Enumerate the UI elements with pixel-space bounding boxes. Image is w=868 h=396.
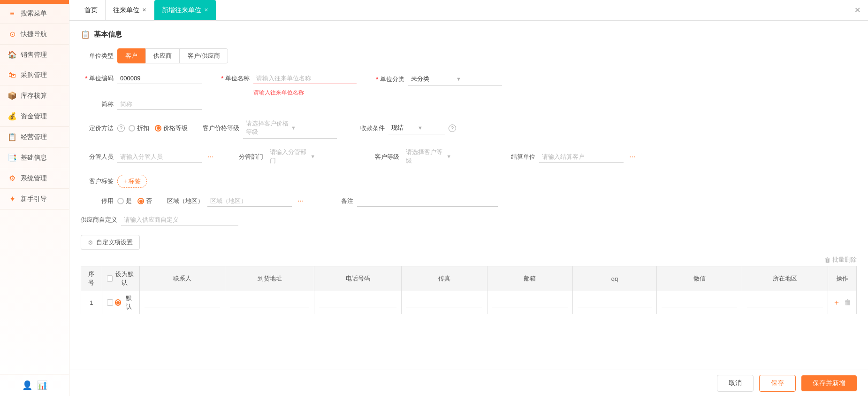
sidebar-item-sales[interactable]: 🏠 销售管理 [0,45,69,65]
col-contact: 联系人 [139,266,225,291]
add-row-icon[interactable]: ＋ [833,298,840,308]
unit-name-input[interactable] [253,73,357,84]
guide-icon: ✦ [8,194,17,203]
pricing-method-label: 定价方法 [81,124,114,132]
disabled-radio-yes[interactable]: 是 [117,197,132,205]
delete-row-icon[interactable]: 🗑 [844,298,852,307]
manager-input[interactable] [117,151,202,163]
customer-price-level-field: 客户价格等级 请选择客户价格等级 ▼ [203,117,337,139]
customer-level-field: 客户等级 请选择客户等级 ▼ [366,146,487,167]
row-checkbox[interactable] [107,299,113,306]
customer-price-level-select[interactable]: 请选择客户价格等级 ▼ [243,117,337,139]
type-btn-supplier[interactable]: 供应商 [145,48,180,63]
manager-field: 分管人员 ··· [81,151,215,163]
sidebar-item-purchase[interactable]: 🛍 采购管理 [0,65,69,85]
tab-contacts-close[interactable]: ✕ [142,7,146,13]
row-phone[interactable] [314,291,401,314]
section-header: 📋 基本信息 [81,30,857,39]
sidebar-item-label: 系统管理 [21,174,47,183]
pricing-radio-discount-circle [129,125,135,132]
sidebar-item-finance[interactable]: 💰 资金管理 [0,106,69,127]
sidebar-item-operations[interactable]: 📋 经营管理 [0,127,69,148]
type-btn-customer[interactable]: 客户 [117,48,145,63]
tab-contacts-label: 往来单位 [113,6,139,15]
row-qq[interactable] [573,291,657,314]
save-new-button[interactable]: 保存并新增 [801,375,857,391]
sidebar-item-base-info[interactable]: 📑 基础信息 [0,148,69,168]
fax-input[interactable] [406,297,482,308]
custom-settings-button[interactable]: ⚙ 自定义项设置 [81,235,140,250]
tab-contacts[interactable]: 往来单位 ✕ [106,0,154,20]
tab-new-contact-close[interactable]: ✕ [204,7,208,13]
unit-name-label: 单位名称 [217,74,250,83]
row-wechat[interactable] [656,291,742,314]
select-all-checkbox[interactable] [107,275,113,282]
type-btn-both[interactable]: 客户/供应商 [180,48,228,63]
sidebar-item-inventory[interactable]: 📦 库存核算 [0,85,69,106]
sidebar-item-label: 基础信息 [21,154,47,162]
wechat-input[interactable] [662,297,738,308]
manager-more-icon[interactable]: ··· [206,153,215,161]
remark-label: 备注 [320,197,353,205]
supplier-custom-input[interactable] [121,214,238,225]
pricing-radio-discount[interactable]: 折扣 [129,124,149,132]
customer-tag-field: 客户标签 + 标签 [81,175,147,188]
phone-input[interactable] [319,297,396,308]
sidebar-expand-icon[interactable]: 👤 [22,380,32,390]
settlement-unit-input[interactable] [539,151,624,163]
region-table-input[interactable] [747,297,823,308]
region-more-icon[interactable]: ··· [296,197,305,205]
add-tag-button[interactable]: + 标签 [117,175,147,188]
remark-field: 备注 [320,195,498,207]
row-seq: 1 [81,291,102,314]
customer-level-select[interactable]: 请选择客户等级 ▼ [403,146,487,167]
row-address[interactable] [225,291,314,314]
remark-input[interactable] [357,195,498,207]
col-fax: 传真 [402,266,487,291]
pricing-help-icon[interactable]: ? [117,124,125,132]
disabled-no-circle [137,198,144,204]
tab-home[interactable]: 首页 [77,0,106,20]
unit-category-select[interactable]: 未分类 ▼ [408,73,502,85]
tab-new-contact-label: 新增往来单位 [162,6,201,15]
sidebar-item-label: 资金管理 [21,112,47,121]
pricing-radio-price-level-circle [155,125,161,132]
sidebar-collapse-icon[interactable]: 📊 [37,380,47,390]
abbreviation-input[interactable] [117,99,202,110]
batch-delete-label[interactable]: 批量删除 [832,256,857,264]
region-input[interactable] [207,195,292,207]
address-input[interactable] [230,297,309,308]
settlement-unit-field: 结算单位 ··· [503,151,637,163]
row-region[interactable] [742,291,828,314]
row-email[interactable] [487,291,573,314]
pricing-radio-price-level[interactable]: 价格等级 [155,124,188,132]
col-default: 设为默认 [102,266,139,291]
pricing-radio-discount-label: 折扣 [137,124,149,132]
contact-input[interactable] [145,297,221,308]
cancel-button[interactable]: 取消 [717,375,754,392]
email-input[interactable] [492,297,568,308]
tab-new-contact[interactable]: 新增往来单位 ✕ [154,0,216,20]
payment-terms-field: 收款条件 现结 ▼ ? [352,122,456,134]
unit-category-value: 未分类 [411,75,454,83]
row-fax[interactable] [402,291,487,314]
close-all-tabs-icon[interactable]: ✕ [854,6,860,15]
row-default-label: 默认 [123,294,134,311]
sidebar-item-search[interactable]: ≡ 搜索菜单 [0,4,69,24]
row-default-radio[interactable]: 默认 [115,294,135,311]
manager-label: 分管人员 [81,153,114,161]
row-contact[interactable] [139,291,225,314]
sidebar-item-guide[interactable]: ✦ 新手引导 [0,189,69,210]
sidebar-item-quick-nav[interactable]: ⊙ 快捷导航 [0,24,69,45]
sidebar-item-system[interactable]: ⚙ 系统管理 [0,168,69,189]
payment-terms-help-icon[interactable]: ? [449,124,456,132]
unit-code-input[interactable] [117,73,202,84]
payment-terms-select[interactable]: 现结 ▼ [388,122,445,134]
department-select[interactable]: 请输入分管部门 ▼ [267,146,351,167]
pricing-method-field: 定价方法 ? 折扣 价格等级 [81,124,188,132]
save-button[interactable]: 保存 [759,375,796,392]
settlement-unit-more-icon[interactable]: ··· [627,153,637,161]
disabled-radio-no[interactable]: 否 [137,197,152,205]
disabled-yes-label: 是 [126,197,132,205]
qq-input[interactable] [578,297,652,308]
